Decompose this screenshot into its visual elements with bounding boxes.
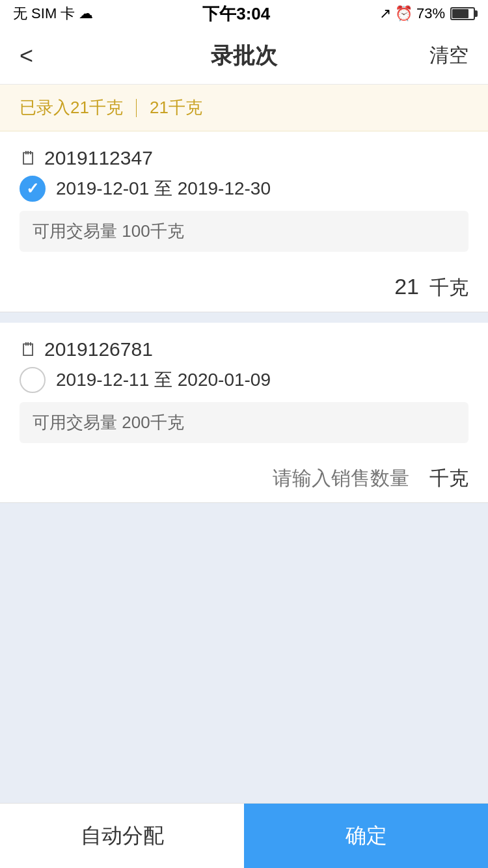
batch-row-2: 2019-12-11 至 2020-01-09	[20, 367, 468, 393]
location-icon: ↗	[379, 5, 391, 22]
page-title: 录批次	[211, 41, 277, 71]
batch-list: 🗒 2019112347 2019-12-01 至 2019-12-30 可用交…	[0, 131, 488, 312]
battery-icon	[450, 7, 475, 20]
batch-id-2: 2019126781	[44, 338, 153, 360]
batch-doc-icon-1: 🗒	[20, 148, 38, 169]
batch-row-1: 2019-12-01 至 2019-12-30	[20, 176, 468, 202]
batch-header-1: 🗒 2019112347	[20, 147, 468, 169]
status-left: 无 SIM 卡 ☁	[13, 4, 93, 23]
auto-distribute-button[interactable]: 自动分配	[0, 804, 244, 868]
available-qty-1: 可用交易量 100千克	[20, 211, 468, 252]
sim-status: 无 SIM 卡 ☁	[13, 4, 93, 23]
battery-percent: 73%	[416, 5, 445, 22]
back-button[interactable]: <	[20, 42, 59, 70]
info-value: 21千克	[150, 96, 202, 119]
available-qty-2: 可用交易量 200千克	[20, 402, 468, 443]
batch-item-2: 🗒 2019126781 2019-12-11 至 2020-01-09 可用交…	[0, 323, 488, 443]
qty-unit-2: 千克	[429, 465, 468, 492]
nav-bar: < 录批次 清空	[0, 27, 488, 85]
batch-date-1: 2019-12-01 至 2019-12-30	[56, 176, 271, 201]
clear-button[interactable]: 清空	[429, 42, 468, 69]
confirm-button[interactable]: 确定	[244, 804, 488, 868]
qty-value-1: 21	[394, 274, 419, 299]
bottom-bar: 自动分配 确定	[0, 803, 488, 868]
qty-row-1: 21 千克	[0, 264, 488, 312]
qty-input-2[interactable]	[20, 467, 419, 489]
batch-date-2: 2019-12-11 至 2020-01-09	[56, 368, 271, 392]
section-divider	[0, 312, 488, 323]
info-divider	[136, 99, 137, 117]
status-bar: 无 SIM 卡 ☁ 下午3:04 ↗ ⏰ 73%	[0, 0, 488, 27]
alarm-icon: ⏰	[395, 5, 413, 22]
qty-input-row-2: 千克	[0, 455, 488, 503]
radio-select-2[interactable]	[20, 367, 46, 393]
radio-select-1[interactable]	[20, 176, 46, 202]
status-time: 下午3:04	[202, 3, 270, 25]
empty-area	[0, 503, 488, 815]
batch-item-1: 🗒 2019112347 2019-12-01 至 2019-12-30 可用交…	[0, 131, 488, 252]
recorded-label: 已录入21千克	[20, 96, 123, 119]
status-right: ↗ ⏰ 73%	[379, 5, 475, 22]
qty-unit-1: 千克	[429, 275, 468, 301]
batch-id-1: 2019112347	[44, 147, 153, 169]
batch-doc-icon-2: 🗒	[20, 339, 38, 360]
batch-item-2-wrapper: 🗒 2019126781 2019-12-11 至 2020-01-09 可用交…	[0, 323, 488, 503]
batch-header-2: 🗒 2019126781	[20, 338, 468, 360]
info-banner: 已录入21千克 21千克	[0, 85, 488, 131]
